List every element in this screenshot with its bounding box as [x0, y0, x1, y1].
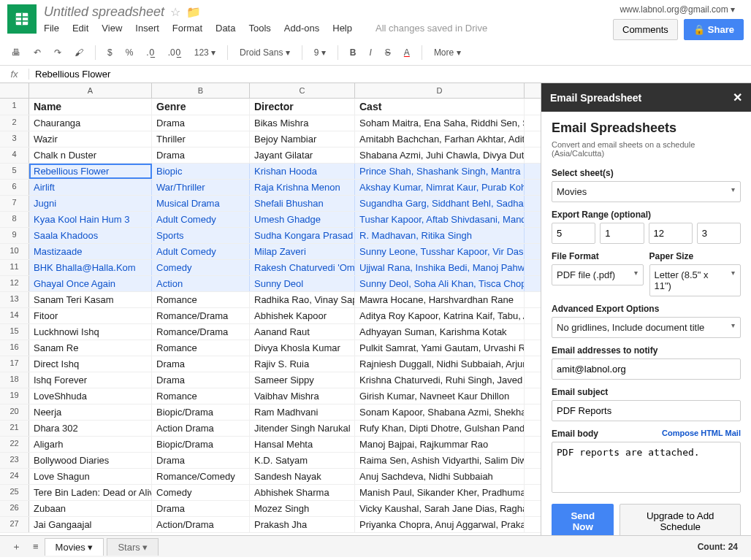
cell[interactable]: Sandesh Nayak — [250, 469, 355, 484]
row-header[interactable]: 21 — [0, 421, 29, 436]
strike-icon[interactable]: S — [381, 45, 395, 61]
cell[interactable]: Neerja — [29, 404, 152, 420]
row-header[interactable]: 1 — [0, 99, 29, 115]
col-header-d[interactable]: D — [355, 83, 525, 98]
menu-file[interactable]: File — [44, 23, 59, 34]
menu-view[interactable]: View — [102, 23, 122, 34]
select-all-cell[interactable] — [0, 83, 29, 98]
share-button[interactable]: 🔒Share — [684, 19, 744, 40]
cell[interactable]: Chalk n Duster — [29, 147, 152, 163]
header-cell[interactable]: Name — [29, 99, 152, 115]
row-header[interactable]: 26 — [0, 501, 29, 516]
cell[interactable]: Jitender Singh Narukal — [250, 421, 355, 436]
cell[interactable]: Romance/Drama — [152, 308, 250, 323]
adv-options-dropdown[interactable]: No gridlines, Include document title — [552, 317, 741, 338]
cell[interactable]: Sanam Teri Kasam — [29, 292, 152, 307]
cell[interactable]: Romance — [152, 292, 250, 307]
cell[interactable]: Rufy Khan, Dipti Dhotre, Gulshan Pandey — [355, 421, 525, 436]
cell[interactable]: Mozez Singh — [250, 501, 355, 516]
cell[interactable]: Drama — [152, 501, 250, 516]
paper-size-dropdown[interactable]: Letter (8.5" x 11") — [649, 264, 742, 296]
row-header[interactable]: 16 — [0, 340, 29, 356]
menu-addons[interactable]: Add-ons — [284, 23, 319, 34]
range-end-row[interactable] — [649, 223, 693, 244]
doc-title[interactable]: Untitled spreadsheet — [44, 4, 164, 20]
header-cell[interactable]: Cast — [355, 99, 525, 115]
row-header[interactable]: 17 — [0, 356, 29, 372]
cell[interactable]: Comedy — [152, 260, 250, 275]
cell[interactable]: Tushar Kapoor, Aftab Shivdasani, Mandana — [355, 212, 525, 227]
cell[interactable]: Shefali Bhushan — [250, 196, 355, 211]
select-sheets-dropdown[interactable]: Movies — [552, 181, 741, 202]
cell[interactable]: Rakesh Chaturvedi 'Om' — [250, 260, 355, 275]
cell[interactable]: Akshay Kumar, Nimrat Kaur, Purab Kohli, — [355, 180, 525, 195]
cell[interactable]: Rajniesh Duggall, Nidhi Subbaiah, Arjun … — [355, 356, 525, 372]
close-icon[interactable]: ✕ — [733, 91, 742, 104]
cell[interactable]: Pulkit Samrat, Yami Gautam, Urvashi Raut… — [355, 340, 525, 356]
cell[interactable]: Prakash Jha — [250, 517, 355, 532]
cell[interactable]: Dhara 302 — [29, 421, 152, 436]
compose-html-link[interactable]: Compose HTML Mail — [662, 429, 741, 437]
cell[interactable]: Vicky Kaushal, Sarah Jane Dias, Raghav C… — [355, 501, 525, 516]
cell[interactable]: Bikas Mishra — [250, 115, 355, 131]
cell[interactable]: Chauranga — [29, 115, 152, 131]
cell[interactable]: Ishq Forever — [29, 372, 152, 388]
cell[interactable]: Sudha Kongara Prasad — [250, 228, 355, 243]
tab-movies[interactable]: Movies ▾ — [45, 538, 104, 556]
more-toolbar[interactable]: More ▾ — [430, 45, 465, 61]
decrease-decimal[interactable]: .0̲ — [142, 45, 159, 61]
cell[interactable]: Girish Kumar, Navneet Kaur Dhillon — [355, 388, 525, 404]
cell[interactable]: Thriller — [152, 131, 250, 147]
cell[interactable]: Rebellious Flower — [29, 164, 152, 179]
cell[interactable]: Krishna Chaturvedi, Ruhi Singh, Javed Ja… — [355, 372, 525, 388]
cell[interactable]: Abhishek Sharma — [250, 485, 355, 500]
row-header[interactable]: 15 — [0, 324, 29, 340]
cell[interactable]: Comedy — [152, 485, 250, 500]
cell[interactable]: R. Madhavan, Ritika Singh — [355, 228, 525, 243]
row-header[interactable]: 4 — [0, 147, 29, 163]
row-header[interactable]: 13 — [0, 292, 29, 307]
row-header[interactable]: 11 — [0, 260, 29, 275]
cell[interactable]: Bollywood Diaries — [29, 453, 152, 468]
file-format-dropdown[interactable]: PDF file (.pdf) — [552, 264, 644, 285]
cell[interactable]: Drama — [152, 115, 250, 131]
cell[interactable]: Milap Zaveri — [250, 244, 355, 259]
cell[interactable]: Soham Maitra, Ena Saha, Riddhi Sen, Sanj… — [355, 115, 525, 131]
cell[interactable]: Sunny Deol — [250, 276, 355, 291]
undo-icon[interactable]: ↶ — [29, 45, 45, 61]
col-header-c[interactable]: C — [250, 83, 355, 98]
cell[interactable]: Direct Ishq — [29, 356, 152, 372]
menu-data[interactable]: Data — [216, 23, 235, 34]
cell[interactable]: Ghayal Once Again — [29, 276, 152, 291]
user-email[interactable]: www.labnol.org@gmail.com ▾ — [620, 4, 744, 15]
menu-format[interactable]: Format — [172, 23, 202, 34]
cell[interactable]: Jai Gangaajal — [29, 517, 152, 532]
cell[interactable]: Mawra Hocane, Harshvardhan Rane — [355, 292, 525, 307]
cell[interactable]: Romance/Comedy — [152, 469, 250, 484]
cell[interactable]: Shabana Azmi, Juhi Chawla, Divya Dutta, … — [355, 147, 525, 163]
cell[interactable]: Manish Paul, Sikander Kher, Pradhuman Si — [355, 485, 525, 500]
cell[interactable]: Drama — [152, 372, 250, 388]
cell[interactable]: Sameer Sippy — [250, 372, 355, 388]
cell[interactable]: Sunny Deol, Soha Ali Khan, Tisca Chopra,… — [355, 276, 525, 291]
increase-decimal[interactable]: .00̲ — [164, 45, 186, 61]
cell[interactable]: Biopic/Drama — [152, 404, 250, 420]
cell[interactable]: Jayant Gilatar — [250, 147, 355, 163]
cell[interactable]: Prince Shah, Shashank Singh, Mantra Mugd — [355, 164, 525, 179]
header-cell[interactable]: Genre — [152, 99, 250, 115]
cell[interactable]: Bejoy Nambiar — [250, 131, 355, 147]
col-header-a[interactable]: A — [29, 83, 152, 98]
add-sheet-icon[interactable]: ＋ — [6, 537, 27, 556]
cell[interactable]: Ujjwal Rana, Inshika Bedi, Manoj Pahwa, … — [355, 260, 525, 275]
row-header[interactable]: 3 — [0, 131, 29, 147]
menu-insert[interactable]: Insert — [135, 23, 159, 34]
cell[interactable]: Umesh Ghadge — [250, 212, 355, 227]
cell[interactable]: BHK Bhalla@Halla.Kom — [29, 260, 152, 275]
font-size[interactable]: 9 ▾ — [310, 45, 330, 61]
format-number[interactable]: 123 ▾ — [190, 45, 220, 61]
cell[interactable]: Wazir — [29, 131, 152, 147]
cell[interactable]: Aditya Roy Kapoor, Katrina Kaif, Tabu, A… — [355, 308, 525, 323]
row-header[interactable]: 19 — [0, 388, 29, 404]
cell[interactable]: Divya Khosla Kumar — [250, 340, 355, 356]
range-start-row[interactable] — [552, 223, 595, 244]
